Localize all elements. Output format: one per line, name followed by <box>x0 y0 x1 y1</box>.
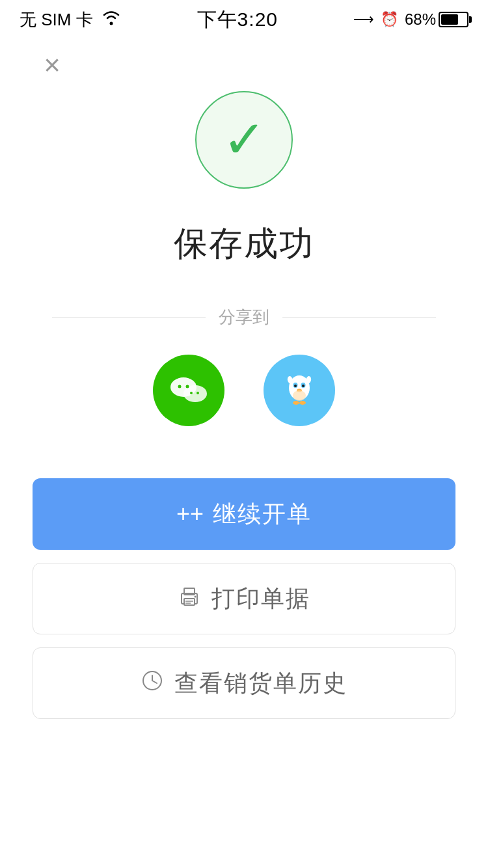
close-icon: × <box>44 51 61 79</box>
printer-icon <box>178 584 201 613</box>
battery-block: 68% <box>405 10 468 29</box>
wechat-icon <box>166 368 211 413</box>
svg-point-5 <box>190 392 193 394</box>
svg-point-13 <box>293 390 306 401</box>
status-time: 下午3:20 <box>197 7 278 33</box>
battery-icon <box>439 12 468 27</box>
plus-icon: + <box>176 500 190 528</box>
svg-point-10 <box>294 385 297 387</box>
svg-line-26 <box>152 681 157 683</box>
share-label: 分享到 <box>219 306 269 329</box>
close-button[interactable]: × <box>33 46 72 85</box>
svg-point-6 <box>197 392 199 394</box>
battery-percent: 68% <box>405 10 436 29</box>
qq-button[interactable] <box>264 355 335 426</box>
wechat-button[interactable] <box>153 355 224 426</box>
print-button[interactable]: 打印单据 <box>33 563 455 634</box>
success-title: 保存成功 <box>174 221 314 267</box>
share-divider: 分享到 <box>0 306 488 329</box>
continue-label: + 继续开单 <box>190 498 312 530</box>
svg-point-3 <box>178 385 182 388</box>
checkmark-icon: ✓ <box>223 114 266 166</box>
svg-point-4 <box>186 385 189 388</box>
svg-point-23 <box>195 596 197 598</box>
svg-point-14 <box>293 401 299 405</box>
history-button[interactable]: 查看销货单历史 <box>33 647 455 719</box>
carrier-text: 无 SIM 卡 <box>20 8 93 31</box>
success-circle: ✓ <box>195 91 293 189</box>
buttons-section: + + 继续开单 打印单据 <box>33 478 455 719</box>
svg-point-15 <box>299 401 306 405</box>
continue-button[interactable]: + + 继续开单 <box>33 478 455 550</box>
svg-rect-20 <box>184 599 195 605</box>
status-right: ⟶ ⏰ 68% <box>353 10 468 29</box>
alarm-icon: ⏰ <box>381 11 398 28</box>
main-content: ✓ 保存成功 分享到 <box>0 39 488 719</box>
share-icons <box>153 355 335 426</box>
history-label: 查看销货单历史 <box>174 668 347 699</box>
share-section: 分享到 <box>0 306 488 426</box>
status-carrier: 无 SIM 卡 <box>20 8 122 31</box>
svg-point-11 <box>302 385 305 387</box>
svg-point-0 <box>109 21 113 25</box>
battery-fill <box>441 14 458 25</box>
location-icon: ⟶ <box>353 11 374 28</box>
divider-left <box>52 317 206 318</box>
wifi-icon <box>101 9 122 31</box>
divider-right <box>282 317 436 318</box>
print-label: 打印单据 <box>211 583 310 615</box>
clock-icon <box>141 669 164 698</box>
status-bar: 无 SIM 卡 下午3:20 ⟶ ⏰ 68% <box>0 0 488 39</box>
qq-icon <box>278 370 321 412</box>
